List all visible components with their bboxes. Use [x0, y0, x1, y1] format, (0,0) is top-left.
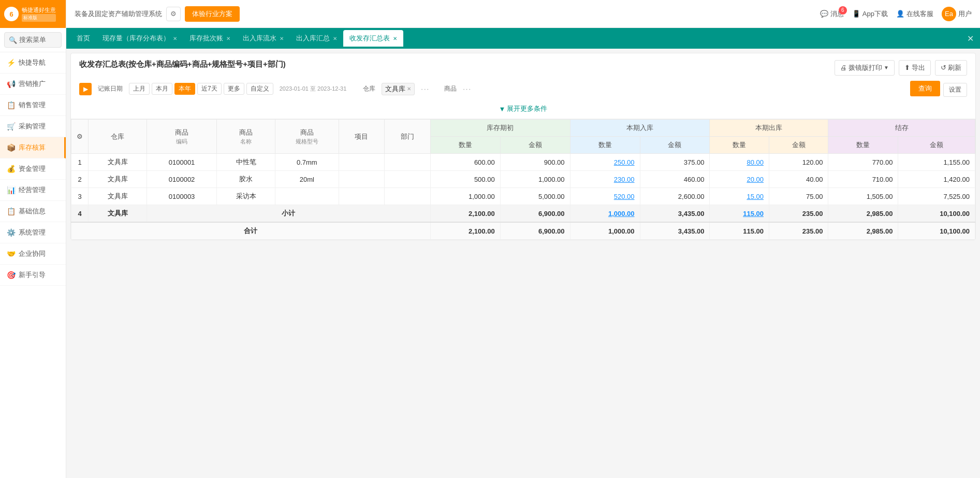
row-in-qty[interactable]: 520.00 [570, 188, 640, 205]
sidebar-item-system[interactable]: ⚙️ 系统管理 [0, 222, 66, 243]
query-button[interactable]: 查询 [910, 81, 940, 96]
th-dept: 部门 [385, 120, 431, 154]
tab-close-icon[interactable]: ✕ [280, 36, 284, 41]
row-warehouse: 文具库 [89, 188, 147, 205]
shortcut-this-month[interactable]: 本月 [152, 83, 172, 95]
row-bal-amt: 1,420.00 [898, 171, 975, 188]
row-out-qty[interactable]: 15.00 [710, 188, 769, 205]
tab-batch[interactable]: 库存批次账 ✕ [183, 30, 237, 47]
sidebar-item-enterprise[interactable]: 🤝 企业协同 [0, 243, 66, 265]
header-settings-button[interactable]: ⚙ [166, 7, 181, 21]
sidebar-item-marketing[interactable]: 📢 营销推广 [0, 74, 66, 95]
tab-flow[interactable]: 出入库流水 ✕ [237, 30, 290, 47]
message-button[interactable]: 💬 消息 6 [820, 9, 844, 19]
shortcut-7days[interactable]: 近7天 [197, 83, 222, 95]
warehouse-tag-close[interactable]: ✕ [407, 86, 411, 92]
shortcut-custom[interactable]: 自定义 [246, 83, 273, 95]
tab-label: 出入库流水 [243, 34, 276, 43]
sidebar-item-quick[interactable]: ⚡ 快捷导航 [0, 52, 66, 74]
inventory-icon: 📦 [6, 143, 16, 152]
shortcut-last-month[interactable]: 上月 [129, 83, 150, 95]
main-content: 装备及固定资产辅助管理系统 ⚙ 体验行业方案 💬 消息 6 📱 App下载 👤 … [66, 0, 980, 478]
avatar: Ea [942, 7, 956, 21]
user-menu-button[interactable]: Ea 用户 [942, 7, 972, 21]
tab-inventory-dist[interactable]: 现存量（库存分布表） ✕ [96, 30, 183, 47]
subtotal-in-qty[interactable]: 1,000.00 [570, 205, 640, 223]
row-spec: 0.7mm [275, 154, 339, 171]
sidebar-item-newbie[interactable]: 🎯 新手引导 [0, 265, 66, 286]
subtotal-bal-qty: 2,985.00 [828, 205, 898, 223]
tab-home[interactable]: 首页 [70, 30, 96, 47]
data-table: ⚙ 仓库 商品编码 商品名称 商品规格型号 项目 部门 库存期初 本期入库 本期… [71, 119, 975, 240]
page-content: 收发存汇总表(按仓库+商品编码+商品+规格型号+项目+部门) 🖨 拨镜版打印 ▼… [66, 49, 980, 478]
service-icon: 👤 [896, 10, 904, 18]
sidebar-item-purchase[interactable]: 🛒 采购管理 [0, 116, 66, 137]
warehouse-dots[interactable]: ··· [421, 85, 430, 93]
row-spec: 20ml [275, 171, 339, 188]
header-left: 装备及固定资产辅助管理系统 ⚙ 体验行业方案 [75, 6, 240, 22]
subtotal-row: 4 文具库 小计 2,100.00 6,900.00 1,000.00 3,43… [71, 205, 975, 223]
row-out-amt: 40.00 [769, 171, 828, 188]
row-out-qty[interactable]: 80.00 [710, 154, 769, 171]
tab-bar-close-button[interactable]: ✕ [965, 32, 976, 46]
warehouse-filter-tag: 文具库 ✕ [382, 83, 415, 95]
row-in-qty[interactable]: 250.00 [570, 154, 640, 171]
th-group-balance: 结存 [828, 120, 975, 137]
table-settings-header[interactable]: ⚙ [71, 120, 89, 154]
th-product-name: 商品名称 [217, 120, 275, 154]
tab-close-icon[interactable]: ✕ [173, 36, 177, 41]
refresh-button[interactable]: ↺ 刷新 [935, 60, 967, 76]
subtotal-out-qty[interactable]: 115.00 [710, 205, 769, 223]
set-button[interactable]: 设置 [943, 83, 967, 97]
logo-title: 畅捷通好生意 [22, 6, 56, 13]
sidebar-item-label: 采购管理 [19, 122, 46, 131]
shortcut-this-year[interactable]: 本年 [174, 83, 195, 95]
filter-arrow-button[interactable]: ▶ [79, 83, 92, 95]
sidebar-item-finance[interactable]: 💰 资金管理 [0, 158, 66, 180]
tab-summary-out[interactable]: 出入库汇总 ✕ [290, 30, 343, 47]
logo-badge: 标准版 [22, 14, 56, 22]
product-dots[interactable]: ··· [463, 85, 472, 93]
sidebar-item-label: 新手引导 [19, 270, 46, 280]
tab-close-icon[interactable]: ✕ [333, 36, 337, 41]
sidebar: 6 畅捷通好生意 标准版 🔍 搜索菜单 ⚡ 快捷导航 📢 营销推广 📋 销售管理… [0, 0, 66, 478]
export-icon: ⬆ [904, 64, 910, 71]
filter-section: ▶ 记账日期 上月 本月 本年 近7天 更多 自定义 2023-01-01 至 … [71, 76, 975, 119]
expand-button[interactable]: ▼ 展开更多条件 [499, 104, 548, 113]
table-row: 1 文具库 0100001 中性笔 0.7mm 600.00 900.00 25… [71, 154, 975, 171]
subtotal-open-qty: 2,100.00 [430, 205, 500, 223]
shortcut-more[interactable]: 更多 [224, 83, 244, 95]
sidebar-item-inventory[interactable]: 📦 库存核算 [0, 137, 66, 158]
marketing-icon: 📢 [6, 79, 16, 89]
row-name: 中性笔 [217, 154, 275, 171]
print-icon: 🖨 [840, 64, 847, 71]
tab-label: 首页 [77, 34, 90, 43]
sidebar-item-business[interactable]: 📊 经营管理 [0, 180, 66, 201]
print-button[interactable]: 🖨 拨镜版打印 ▼ [835, 60, 895, 76]
sidebar-item-sales[interactable]: 📋 销售管理 [0, 95, 66, 116]
export-button[interactable]: ⬆ 导出 [899, 60, 931, 76]
header-right: 💬 消息 6 📱 App下载 👤 在线客服 Ea 用户 [820, 7, 972, 21]
trial-button[interactable]: 体验行业方案 [185, 6, 240, 22]
row-name: 胶水 [217, 171, 275, 188]
tab-close-icon[interactable]: ✕ [393, 36, 397, 41]
tab-close-icon[interactable]: ✕ [226, 36, 230, 41]
tab-recv-summary[interactable]: 收发存汇总表 ✕ [343, 30, 403, 47]
row-in-amt: 375.00 [640, 154, 710, 171]
row-dept [385, 171, 431, 188]
row-in-amt: 460.00 [640, 171, 710, 188]
system-icon: ⚙️ [6, 228, 16, 237]
th-group-in: 本期入库 [570, 120, 710, 137]
row-bal-qty: 710.00 [828, 171, 898, 188]
row-in-qty[interactable]: 230.00 [570, 171, 640, 188]
sidebar-item-label: 快捷导航 [19, 58, 46, 67]
row-out-qty[interactable]: 20.00 [710, 171, 769, 188]
app-download-button[interactable]: 📱 App下载 [852, 9, 888, 19]
total-in-amt: 3,435.00 [640, 222, 710, 240]
search-menu-button[interactable]: 🔍 搜索菜单 [4, 32, 62, 48]
online-service-button[interactable]: 👤 在线客服 [896, 9, 933, 19]
sidebar-item-base-info[interactable]: 📋 基础信息 [0, 201, 66, 222]
row-out-amt: 75.00 [769, 188, 828, 205]
th-out-qty: 数量 [710, 137, 769, 154]
row-code: 0100003 [147, 188, 217, 205]
